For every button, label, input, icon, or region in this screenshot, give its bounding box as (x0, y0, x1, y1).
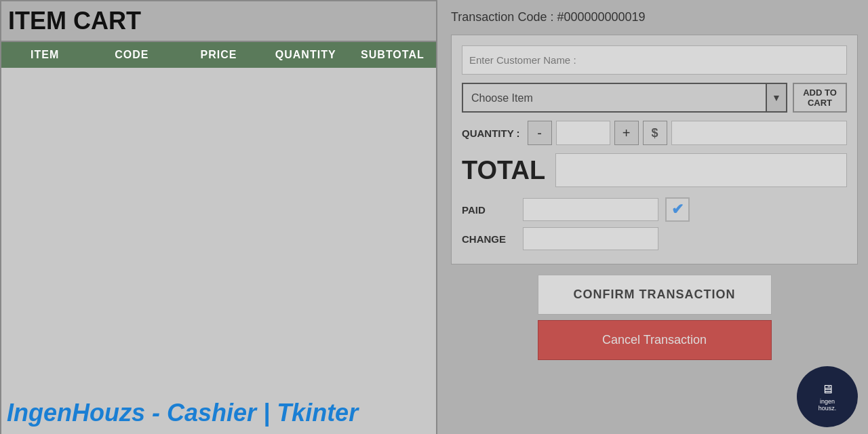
col-price: PRICE (175, 49, 262, 61)
total-label: TOTAL (462, 156, 545, 185)
quantity-label: QUANTITY : (462, 127, 520, 139)
choose-item-select[interactable]: Choose Item (462, 83, 767, 113)
right-panel: Transaction Code : #000000000019 Choose … (441, 0, 868, 434)
paid-checkbox[interactable]: ✔ (665, 197, 690, 222)
footer-text: IngenHouzs - Cashier | Tkinter (7, 399, 358, 427)
qty-minus-button[interactable]: - (528, 121, 552, 145)
paid-input[interactable] (523, 198, 658, 221)
qty-plus-button[interactable]: + (614, 121, 639, 145)
confirm-transaction-button[interactable]: CONFIRM TRANSACTION (538, 275, 772, 315)
dropdown-arrow-icon[interactable]: ▼ (767, 83, 787, 113)
paid-row: PAID ✔ (462, 197, 847, 222)
price-input[interactable] (671, 121, 847, 145)
col-quantity: QUANTITY (262, 49, 349, 61)
dollar-icon: $ (643, 121, 667, 145)
change-input (523, 227, 658, 250)
total-input (555, 153, 847, 187)
choose-item-row: Choose Item ▼ ADD TO CART (462, 83, 847, 113)
cancel-transaction-button[interactable]: Cancel Transaction (538, 320, 772, 360)
col-subtotal: SUBTOTAL (349, 49, 436, 61)
logo-line1: ingen (820, 398, 835, 405)
logo-line2: housz. (818, 405, 837, 412)
transaction-box: Choose Item ▼ ADD TO CART QUANTITY : - +… (451, 35, 858, 264)
logo-circle: 🖥 ingen housz. (797, 366, 858, 427)
col-item: ITEM (1, 49, 88, 61)
cart-header: ITEM CODE PRICE QUANTITY SUBTOTAL (1, 42, 436, 68)
customer-name-input[interactable] (462, 45, 847, 75)
change-row: CHANGE (462, 227, 847, 250)
cart-body (1, 68, 436, 434)
add-to-cart-button[interactable]: ADD TO CART (793, 83, 847, 113)
change-label: CHANGE (462, 233, 516, 245)
buttons-section: CONFIRM TRANSACTION Cancel Transaction (451, 275, 858, 360)
quantity-input[interactable] (556, 121, 610, 145)
paid-change-section: PAID ✔ CHANGE (462, 197, 847, 250)
col-code: CODE (88, 49, 175, 61)
monitor-icon: 🖥 (821, 382, 833, 397)
total-row: TOTAL (462, 153, 847, 187)
item-cart-title: ITEM CART (1, 1, 436, 42)
checkmark-icon: ✔ (671, 201, 684, 218)
quantity-row: QUANTITY : - + $ (462, 121, 847, 145)
paid-label: PAID (462, 204, 516, 216)
transaction-code: Transaction Code : #000000000019 (451, 10, 858, 24)
left-panel: ITEM CART ITEM CODE PRICE QUANTITY SUBTO… (0, 0, 437, 434)
